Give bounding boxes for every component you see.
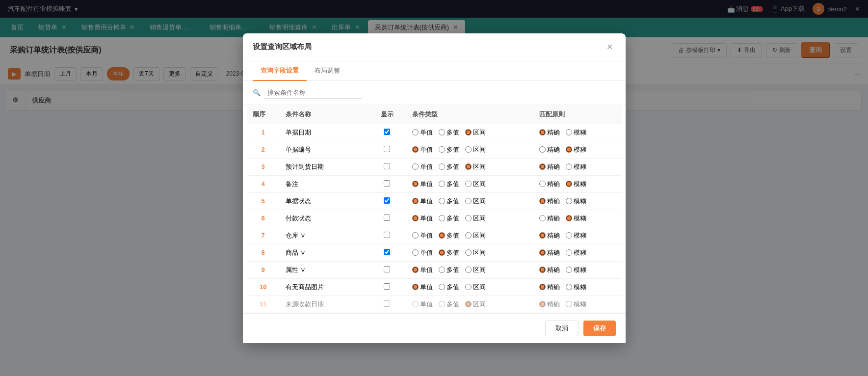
match-radio[interactable]	[566, 146, 572, 153]
type-radio-label[interactable]: 多值	[439, 162, 459, 171]
match-radio-label[interactable]: 精确	[539, 214, 560, 223]
type-radio[interactable]	[439, 198, 445, 204]
type-radio-label[interactable]: 区间	[465, 300, 486, 309]
type-radio-label[interactable]: 区间	[465, 180, 486, 188]
match-radio-label[interactable]: 模糊	[566, 145, 586, 154]
type-radio-label[interactable]: 多值	[439, 128, 459, 137]
match-radio-label[interactable]: 精确	[539, 197, 560, 206]
match-radio-label[interactable]: 精确	[539, 231, 560, 240]
match-radio[interactable]	[566, 249, 572, 256]
match-radio[interactable]	[539, 249, 546, 256]
type-radio-label[interactable]: 区间	[465, 283, 486, 292]
type-radio-label[interactable]: 多值	[439, 214, 459, 223]
match-radio[interactable]	[566, 163, 572, 170]
display-checkbox[interactable]	[384, 197, 390, 204]
display-checkbox[interactable]	[384, 249, 390, 255]
match-radio-label[interactable]: 精确	[539, 248, 560, 257]
match-radio[interactable]	[539, 198, 546, 204]
type-radio-label[interactable]: 单值	[412, 231, 433, 240]
tab-layout[interactable]: 布局调整	[307, 61, 348, 81]
type-radio[interactable]	[412, 232, 419, 239]
type-radio[interactable]	[412, 267, 419, 273]
type-radio[interactable]	[465, 163, 472, 170]
type-radio[interactable]	[465, 301, 472, 307]
type-radio[interactable]	[412, 215, 419, 221]
type-radio[interactable]	[465, 249, 472, 256]
type-radio-label[interactable]: 单值	[412, 197, 433, 206]
type-radio[interactable]	[465, 232, 472, 239]
match-radio[interactable]	[566, 198, 572, 204]
match-radio-label[interactable]: 精确	[539, 145, 560, 154]
type-radio-label[interactable]: 多值	[439, 266, 459, 274]
match-radio-label[interactable]: 模糊	[566, 180, 586, 188]
match-radio[interactable]	[566, 284, 572, 290]
match-radio[interactable]	[566, 129, 572, 135]
match-radio[interactable]	[539, 267, 546, 273]
type-radio[interactable]	[412, 198, 419, 204]
type-radio[interactable]	[465, 181, 472, 187]
display-checkbox[interactable]	[384, 283, 390, 290]
match-radio-label[interactable]: 精确	[539, 266, 560, 274]
type-radio[interactable]	[439, 181, 445, 187]
type-radio-label[interactable]: 多值	[439, 145, 459, 154]
match-radio-label[interactable]: 精确	[539, 300, 560, 309]
type-radio-label[interactable]: 多值	[439, 300, 459, 309]
display-checkbox[interactable]	[384, 215, 390, 221]
match-radio[interactable]	[539, 215, 546, 221]
match-radio-label[interactable]: 模糊	[566, 162, 586, 171]
type-radio[interactable]	[465, 284, 472, 290]
type-radio[interactable]	[439, 232, 445, 239]
display-checkbox[interactable]	[384, 180, 390, 187]
type-radio-label[interactable]: 区间	[465, 197, 486, 206]
type-radio[interactable]	[439, 129, 445, 135]
type-radio[interactable]	[412, 284, 419, 290]
type-radio[interactable]	[439, 163, 445, 170]
match-radio-label[interactable]: 模糊	[566, 197, 586, 206]
match-radio-label[interactable]: 模糊	[566, 248, 586, 257]
match-radio-label[interactable]: 精确	[539, 128, 560, 137]
type-radio-label[interactable]: 区间	[465, 162, 486, 171]
match-radio[interactable]	[566, 301, 572, 307]
match-radio[interactable]	[566, 181, 572, 187]
type-radio-label[interactable]: 单值	[412, 162, 433, 171]
type-radio[interactable]	[439, 249, 445, 256]
type-radio[interactable]	[412, 181, 419, 187]
type-radio-label[interactable]: 区间	[465, 145, 486, 154]
type-radio[interactable]	[465, 129, 472, 135]
match-radio-label[interactable]: 模糊	[566, 231, 586, 240]
type-radio-label[interactable]: 多值	[439, 283, 459, 292]
modal-overlay[interactable]: 设置查询区域布局 ✕ 查询字段设置 布局调整 🔍 顺序 条件名称	[0, 0, 868, 376]
type-radio-label[interactable]: 单值	[412, 145, 433, 154]
display-checkbox[interactable]	[384, 146, 390, 152]
type-radio[interactable]	[439, 215, 445, 221]
type-radio[interactable]	[439, 284, 445, 290]
match-radio[interactable]	[566, 232, 572, 239]
type-radio[interactable]	[412, 249, 419, 256]
type-radio[interactable]	[439, 267, 445, 273]
type-radio-label[interactable]: 单值	[412, 180, 433, 188]
save-button[interactable]: 保存	[583, 321, 616, 336]
display-checkbox[interactable]	[384, 300, 390, 307]
display-checkbox[interactable]	[384, 232, 390, 238]
type-radio-label[interactable]: 单值	[412, 214, 433, 223]
type-radio-label[interactable]: 多值	[439, 197, 459, 206]
type-radio-label[interactable]: 单值	[412, 300, 433, 309]
tab-fields[interactable]: 查询字段设置	[253, 61, 307, 81]
type-radio-label[interactable]: 多值	[439, 248, 459, 257]
match-radio-label[interactable]: 精确	[539, 180, 560, 188]
match-radio[interactable]	[566, 267, 572, 273]
type-radio[interactable]	[465, 267, 472, 273]
cancel-button[interactable]: 取消	[545, 321, 579, 336]
match-radio-label[interactable]: 模糊	[566, 266, 586, 274]
match-radio[interactable]	[539, 301, 546, 307]
type-radio[interactable]	[412, 301, 419, 307]
type-radio-label[interactable]: 多值	[439, 180, 459, 188]
type-radio-label[interactable]: 单值	[412, 266, 433, 274]
type-radio-label[interactable]: 区间	[465, 231, 486, 240]
match-radio-label[interactable]: 精确	[539, 283, 560, 292]
match-radio-label[interactable]: 精确	[539, 162, 560, 171]
match-radio[interactable]	[539, 181, 546, 187]
match-radio[interactable]	[539, 163, 546, 170]
type-radio[interactable]	[412, 146, 419, 153]
search-input[interactable]	[263, 87, 362, 99]
